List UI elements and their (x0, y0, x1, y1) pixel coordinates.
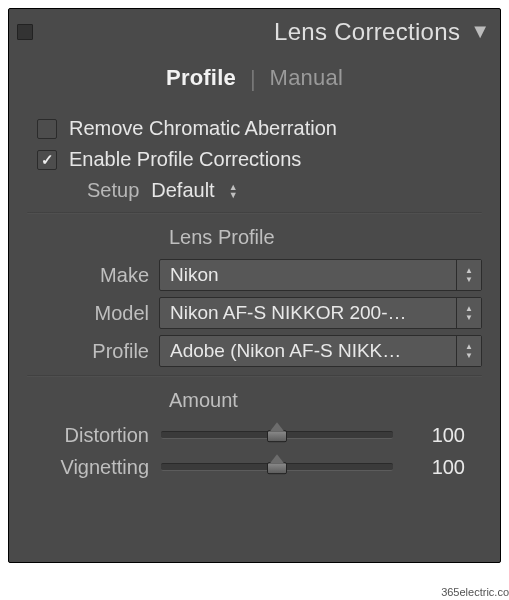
label-remove-chromatic: Remove Chromatic Aberration (69, 117, 337, 140)
tab-profile[interactable]: Profile (166, 65, 236, 91)
checkbox-remove-chromatic[interactable] (37, 119, 57, 139)
distortion-slider[interactable] (161, 422, 393, 448)
panel-handle[interactable] (17, 24, 33, 40)
checkbox-enable-profile[interactable] (37, 150, 57, 170)
model-value: Nikon AF-S NIKKOR 200-… (170, 302, 407, 324)
panel-title-bar: Lens Corrections ▼ (9, 9, 500, 55)
make-value: Nikon (170, 264, 219, 286)
lens-profile-header: Lens Profile (169, 226, 482, 249)
make-label: Make (27, 264, 149, 287)
distortion-value[interactable]: 100 (405, 424, 465, 447)
vignetting-label: Vignetting (27, 456, 149, 479)
amount-header: Amount (169, 389, 482, 412)
setup-row: Setup Default ▲▼ (87, 179, 482, 202)
tab-separator: | (250, 66, 256, 92)
lens-corrections-panel: Lens Corrections ▼ Profile | Manual Remo… (8, 8, 501, 563)
panel-content: Remove Chromatic Aberration Enable Profi… (9, 111, 500, 486)
setup-stepper-icon[interactable]: ▲▼ (229, 183, 238, 199)
row-distortion: Distortion 100 (27, 422, 482, 448)
profile-label: Profile (27, 340, 149, 363)
make-dropdown[interactable]: Nikon ▲▼ (159, 259, 482, 291)
divider-1 (27, 212, 482, 214)
model-label: Model (27, 302, 149, 325)
model-dropdown-arrow-icon: ▲▼ (456, 298, 481, 328)
setup-value[interactable]: Default (151, 179, 214, 202)
vignetting-knob[interactable] (267, 462, 287, 474)
distortion-knob[interactable] (267, 430, 287, 442)
watermark: 365electric.co (441, 586, 509, 598)
label-enable-profile: Enable Profile Corrections (69, 148, 301, 171)
distortion-label: Distortion (27, 424, 149, 447)
profile-dropdown[interactable]: Adobe (Nikon AF-S NIKK… ▲▼ (159, 335, 482, 367)
profile-value: Adobe (Nikon AF-S NIKK… (170, 340, 401, 362)
collapse-triangle-icon[interactable]: ▼ (470, 21, 490, 41)
tab-manual[interactable]: Manual (270, 65, 343, 91)
row-model: Model Nikon AF-S NIKKOR 200-… ▲▼ (27, 297, 482, 329)
make-dropdown-arrow-icon: ▲▼ (456, 260, 481, 290)
divider-2 (27, 375, 482, 377)
vignetting-value[interactable]: 100 (405, 456, 465, 479)
row-profile: Profile Adobe (Nikon AF-S NIKK… ▲▼ (27, 335, 482, 367)
panel-title: Lens Corrections (274, 18, 460, 46)
setup-label: Setup (87, 179, 139, 202)
vignetting-slider[interactable] (161, 454, 393, 480)
row-make: Make Nikon ▲▼ (27, 259, 482, 291)
row-vignetting: Vignetting 100 (27, 454, 482, 480)
row-enable-profile: Enable Profile Corrections (37, 148, 482, 171)
tab-bar: Profile | Manual (9, 55, 500, 111)
profile-dropdown-arrow-icon: ▲▼ (456, 336, 481, 366)
model-dropdown[interactable]: Nikon AF-S NIKKOR 200-… ▲▼ (159, 297, 482, 329)
row-remove-chromatic: Remove Chromatic Aberration (37, 117, 482, 140)
